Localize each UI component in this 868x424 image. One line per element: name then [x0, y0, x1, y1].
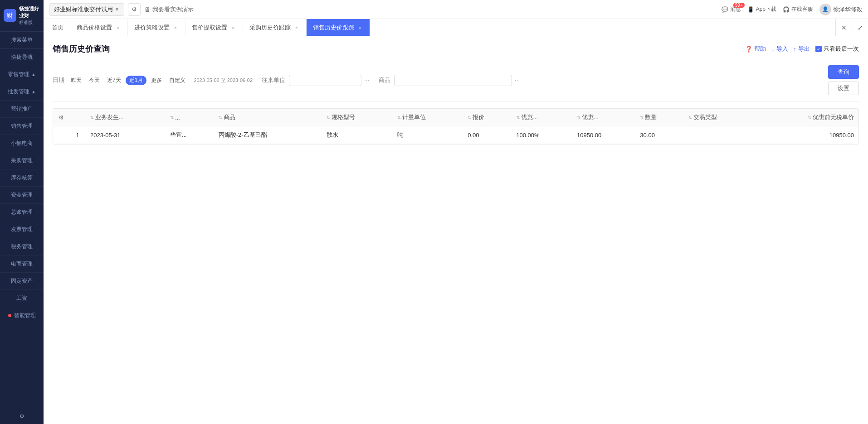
tab-price-settings-close[interactable]: × [115, 24, 121, 31]
sidebar-item-finance[interactable]: 资金管理 [0, 187, 44, 204]
version-selector[interactable]: 好业财标准版交付试用 ▼ [49, 3, 124, 16]
tab-home-label: 首页 [52, 24, 63, 32]
sidebar-item-sales[interactable]: 销售管理 [0, 118, 44, 135]
sort-icon-discount-pct[interactable]: ⇅ [516, 115, 520, 120]
sidebar-search[interactable]: 搜索菜单 [0, 32, 44, 49]
tab-purchase-history-close[interactable]: × [293, 24, 300, 31]
sort-icon-discount-amt[interactable]: ⇅ [577, 115, 580, 120]
date-opt-more[interactable]: 更多 [148, 76, 165, 85]
sidebar-item-ledger[interactable]: 总账管理 [0, 204, 44, 221]
th-discount-pct: ⇅ 优惠... [512, 109, 572, 126]
message-btn[interactable]: 💬 99+ 消息 [722, 5, 741, 13]
row-spec: 散水 [322, 126, 393, 144]
customer-input[interactable] [289, 75, 361, 86]
sidebar-item-payroll[interactable]: 工资 [0, 290, 44, 307]
tab-close-all-btn[interactable]: ✕ [835, 19, 852, 36]
settings-button[interactable]: 设置 [828, 82, 859, 95]
th-product-label: 商品 [224, 113, 235, 121]
tab-expand-btn[interactable]: ⤢ [852, 19, 868, 36]
tab-sales-history-close[interactable]: × [357, 24, 363, 31]
product-dots-btn[interactable]: ··· [515, 77, 520, 84]
th-unit: ⇅ 计量单位 [393, 109, 463, 126]
close-icon: ✕ [841, 24, 847, 31]
sidebar-item-smart[interactable]: 智能管理 [0, 307, 44, 324]
sort-asc-icon-date[interactable]: ⇅ [90, 115, 94, 120]
sidebar-item-tax[interactable]: 税务管理 [0, 238, 44, 255]
app-download-icon: 📱 [747, 6, 754, 13]
date-opt-last7[interactable]: 近7天 [104, 76, 124, 85]
sidebar-item-quick-nav[interactable]: 快捷导航 [0, 49, 44, 66]
th-qty: ⇅ 数量 [635, 109, 684, 126]
date-range-display: 2023-05-02 至 2023-06-02 [194, 77, 253, 84]
sidebar-item-invoice[interactable]: 发票管理 [0, 221, 44, 238]
date-opt-last1m[interactable]: 近1月 [126, 76, 147, 85]
sidebar-item-marketing[interactable]: 营销推广 [0, 101, 44, 118]
export-label: 导出 [798, 45, 810, 53]
sidebar-item-ecommerce-small[interactable]: 小畅电商 [0, 135, 44, 152]
tab-purchase-strategy[interactable]: 进价策略设置 × [128, 19, 185, 36]
page-header: 销售历史价查询 ❓ 帮助 ↓ 导入 ↑ 导出 ✓ [53, 43, 859, 54]
sidebar-settings-btn[interactable]: ⚙ [0, 409, 44, 424]
date-filter-label: 日期 [53, 76, 64, 84]
sidebar-item-inventory[interactable]: 库存核算 [0, 169, 44, 187]
th-num [69, 109, 86, 126]
date-opt-today[interactable]: 今天 [86, 76, 102, 85]
export-icon: ↑ [794, 46, 797, 53]
demo-link[interactable]: 🖥 我要看实例演示 [144, 5, 194, 14]
page-header-actions: ❓ 帮助 ↓ 导入 ↑ 导出 ✓ 只看最后一次 [745, 45, 859, 53]
filter-bar: 日期 昨天 今天 近7天 近1月 更多 自定义 2023-05-02 至 202… [53, 61, 859, 102]
gear-icon-th[interactable]: ⚙ [59, 114, 64, 121]
product-input[interactable] [394, 75, 512, 86]
app-logo: 财 畅捷通好业财 标准版 [0, 0, 44, 32]
sort-icon-notax-price[interactable]: ⇅ [808, 115, 811, 120]
row-qty: 30.00 [635, 126, 684, 144]
th-trade-type-label: 交易类型 [693, 113, 717, 121]
sort-icon-product[interactable]: ⇅ [219, 115, 222, 120]
app-download-btn[interactable]: 📱 App下载 [747, 5, 776, 13]
tab-purchase-history[interactable]: 采购历史价跟踪 × [243, 19, 307, 36]
import-btn[interactable]: ↓ 导入 [771, 45, 788, 53]
tabbar-controls: ✕ ⤢ [835, 19, 868, 36]
sidebar-item-retail[interactable]: 零售管理 ▲ [0, 66, 44, 83]
user-menu[interactable]: 👤 徐泽华修改 [819, 4, 863, 15]
query-button[interactable]: 查询 [828, 65, 859, 79]
date-opt-yesterday[interactable]: 昨天 [68, 76, 84, 85]
import-label: 导入 [776, 45, 788, 53]
sort-icon-spec[interactable]: ⇅ [327, 115, 330, 120]
tab-price-extract-close[interactable]: × [230, 24, 236, 31]
tab-purchase-history-label: 采购历史价跟踪 [249, 24, 291, 32]
tab-price-settings-label: 商品价格设置 [77, 24, 112, 32]
page-content: 销售历史价查询 ❓ 帮助 ↓ 导入 ↑ 导出 ✓ [44, 36, 868, 424]
tab-sales-history[interactable]: 销售历史价跟踪 × [307, 19, 370, 36]
tax-label: 税务管理 [11, 243, 33, 251]
sort-icon-trade-type[interactable]: ⇅ [688, 115, 692, 120]
export-btn[interactable]: ↑ 导出 [794, 45, 810, 53]
customer-dots-btn[interactable]: ··· [364, 77, 370, 84]
sort-icon-more[interactable]: ⇅ [170, 115, 174, 120]
only-last-checkbox[interactable]: ✓ 只看最后一次 [815, 45, 859, 53]
online-service-btn[interactable]: 🎧 在线客服 [783, 5, 813, 13]
demo-label: 我要看实例演示 [152, 5, 194, 14]
th-gear: ⚙ [53, 109, 69, 126]
sidebar-item-wholesale[interactable]: 批发管理 ▲ [0, 83, 44, 101]
sort-icon-unit[interactable]: ⇅ [397, 115, 401, 120]
sidebar-item-ecommerce[interactable]: 电商管理 [0, 255, 44, 273]
gear-button[interactable]: ⚙ [128, 3, 141, 16]
help-btn[interactable]: ❓ 帮助 [745, 45, 766, 53]
sidebar-quick-nav-label: 快捷导航 [11, 53, 33, 61]
message-icon: 💬 [722, 6, 728, 13]
ledger-label: 总账管理 [11, 208, 33, 216]
sidebar-item-purchase[interactable]: 采购管理 [0, 152, 44, 169]
tab-purchase-strategy-close[interactable]: × [172, 24, 179, 31]
tab-home[interactable]: 首页 [45, 19, 70, 36]
date-opt-custom[interactable]: 自定义 [166, 76, 188, 85]
sidebar: 财 畅捷通好业财 标准版 搜索菜单 快捷导航 零售管理 ▲ 批发管理 ▲ 营销推… [0, 0, 44, 424]
tab-price-extract[interactable]: 售价提取设置 × [185, 19, 243, 36]
sidebar-item-assets[interactable]: 固定资产 [0, 273, 44, 290]
sort-icon-qty[interactable]: ⇅ [640, 115, 644, 120]
purchase-label: 采购管理 [11, 157, 33, 164]
row-date: 2023-05-31 [86, 126, 166, 144]
tab-price-settings[interactable]: 商品价格设置 × [70, 19, 128, 36]
help-label: 帮助 [754, 45, 766, 53]
sort-icon-price[interactable]: ⇅ [468, 115, 471, 120]
